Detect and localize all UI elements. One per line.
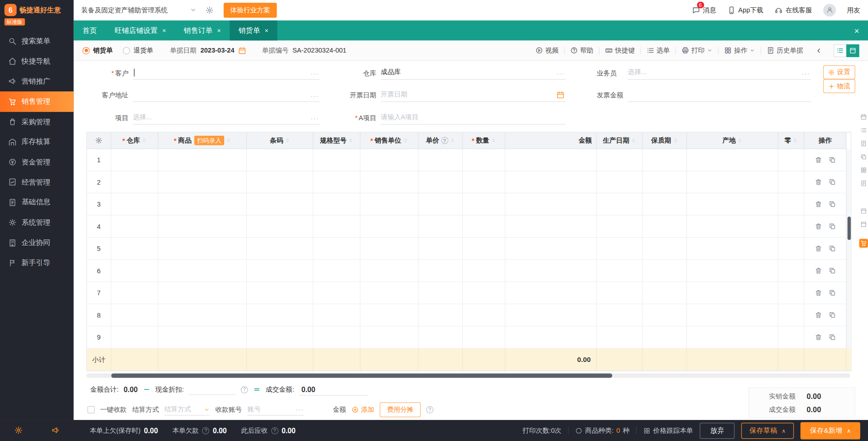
cart-rail-icon[interactable] — [859, 239, 868, 248]
cell-spec[interactable] — [313, 149, 360, 170]
cell-price[interactable] — [419, 326, 463, 348]
address-input[interactable]: ··· — [133, 88, 320, 102]
column-header-warehouse[interactable]: *仓库 — [111, 133, 158, 149]
cell-origin[interactable] — [687, 282, 779, 303]
cell-sale-unit[interactable] — [360, 193, 418, 215]
collapse-left-icon[interactable] — [815, 47, 823, 54]
toolbar-video-button[interactable]: 视频 — [535, 46, 558, 55]
app-logo[interactable]: 6 畅捷通好生意 — [0, 0, 74, 16]
cell-warehouse[interactable] — [111, 216, 158, 237]
delete-row-icon[interactable] — [815, 178, 822, 186]
scan-entry-button[interactable]: 扫码录入 — [194, 136, 224, 145]
column-header-price[interactable]: 单价? — [419, 133, 463, 149]
settings-button[interactable]: 设置 — [823, 65, 855, 79]
cell-barcode[interactable] — [247, 304, 313, 326]
cell-sale-unit[interactable] — [360, 149, 418, 170]
cell-price[interactable] — [419, 238, 463, 259]
cell-qty[interactable] — [463, 193, 505, 215]
system-select[interactable]: 装备及固定资产辅助管理系统 — [81, 5, 196, 15]
doc-type-return-radio[interactable]: 退货单 — [123, 46, 153, 55]
sort-icon[interactable] — [793, 138, 798, 143]
app-download-button[interactable]: App下载 — [727, 5, 763, 15]
cell-sale-unit[interactable] — [360, 260, 418, 282]
cell-retail[interactable] — [779, 326, 805, 348]
cell-barcode[interactable] — [247, 149, 313, 170]
cell-amount[interactable] — [505, 149, 597, 170]
cell-spec[interactable] — [313, 238, 360, 259]
a-project-input[interactable]: 请输入A项目 — [381, 110, 566, 125]
cell-origin[interactable] — [687, 326, 779, 348]
sidebar-item-marketing[interactable]: 营销推广 — [0, 71, 74, 91]
cell-amount[interactable] — [505, 326, 597, 348]
copy-row-icon[interactable] — [828, 201, 836, 208]
tab-close-icon[interactable]: × — [217, 27, 221, 34]
add-payment-button[interactable]: 添加 — [352, 405, 374, 414]
cell-retail[interactable] — [779, 238, 805, 259]
cell-origin[interactable] — [687, 193, 779, 215]
cell-price[interactable] — [419, 216, 463, 237]
announcement-icon[interactable] — [52, 426, 60, 434]
cell-barcode[interactable] — [247, 260, 313, 282]
cell-shelf-life[interactable] — [643, 216, 687, 237]
cell-amount[interactable] — [505, 260, 597, 282]
doc-rail-icon[interactable] — [860, 180, 867, 187]
settle-method-select[interactable]: 结算方式 — [164, 404, 210, 416]
cell-amount[interactable] — [505, 282, 597, 303]
cell-amount[interactable] — [505, 193, 597, 215]
horizontal-scroll-thumb[interactable] — [111, 373, 612, 378]
invoice-date-input[interactable]: 开票日期 — [381, 88, 566, 102]
cell-qty[interactable] — [463, 260, 505, 282]
cell-prod-date[interactable] — [597, 304, 643, 326]
copy-row-icon[interactable] — [828, 267, 836, 274]
panel-rail-icon[interactable] — [860, 208, 867, 215]
cell-spec[interactable] — [313, 282, 360, 303]
cell-barcode[interactable] — [247, 171, 313, 193]
sidebar-item-sales[interactable]: 销售管理 — [0, 91, 74, 112]
column-header-qty[interactable]: *数量 — [463, 133, 505, 149]
account-picker-icon[interactable]: ··· — [295, 405, 304, 413]
table-vertical-scrollbar[interactable] — [847, 149, 851, 348]
cell-origin[interactable] — [687, 216, 779, 237]
cell-shelf-life[interactable] — [643, 260, 687, 282]
cell-barcode[interactable] — [247, 282, 313, 303]
cell-product[interactable] — [158, 216, 247, 237]
cell-retail[interactable] — [779, 171, 805, 193]
cell-prod-date[interactable] — [597, 238, 643, 259]
delete-row-icon[interactable] — [815, 201, 822, 208]
cell-warehouse[interactable] — [111, 149, 158, 170]
cell-barcode[interactable] — [247, 193, 313, 215]
cell-origin[interactable] — [687, 171, 779, 193]
cell-sale-unit[interactable] — [360, 216, 418, 237]
copy-row-icon[interactable] — [828, 156, 836, 164]
doc-date-value[interactable]: 2023-03-24 — [200, 47, 234, 54]
column-header-product[interactable]: *商品扫码录入 — [158, 133, 247, 149]
cell-amount[interactable] — [505, 216, 597, 237]
view-list-button[interactable] — [834, 44, 847, 57]
sidebar-item-operations[interactable]: 经营管理 — [0, 172, 74, 192]
vertical-scroll-thumb[interactable] — [847, 217, 851, 240]
cell-product[interactable] — [158, 238, 247, 259]
warehouse-picker-icon[interactable]: ··· — [556, 70, 564, 78]
grid-rail-icon[interactable] — [860, 167, 867, 174]
cell-sale-unit[interactable] — [360, 282, 418, 303]
cell-spec[interactable] — [313, 171, 360, 193]
toolbar-print-button[interactable]: 打印 — [681, 46, 712, 55]
save-draft-button[interactable]: 保存草稿 ∧ — [741, 422, 794, 438]
toolbar-actions-button[interactable]: 操作 — [724, 46, 755, 55]
cell-shelf-life[interactable] — [643, 149, 687, 170]
doc-rail-icon[interactable] — [860, 140, 867, 147]
cell-spec[interactable] — [313, 193, 360, 215]
doc-number-value[interactable]: SA-20230324-001 — [293, 47, 347, 54]
cell-product[interactable] — [158, 304, 247, 326]
column-header-origin[interactable]: 产地 — [687, 133, 779, 149]
delete-row-icon[interactable] — [815, 311, 822, 319]
cell-price[interactable] — [419, 304, 463, 326]
sort-icon[interactable] — [737, 138, 742, 143]
tab-home[interactable]: 首页 — [74, 21, 105, 41]
calendar-icon[interactable] — [556, 91, 564, 99]
cell-prod-date[interactable] — [597, 260, 643, 282]
toolbar-history-button[interactable]: 历史单据 — [767, 46, 803, 55]
cell-retail[interactable] — [779, 149, 805, 170]
cell-amount[interactable] — [505, 304, 597, 326]
cell-product[interactable] — [158, 171, 247, 193]
